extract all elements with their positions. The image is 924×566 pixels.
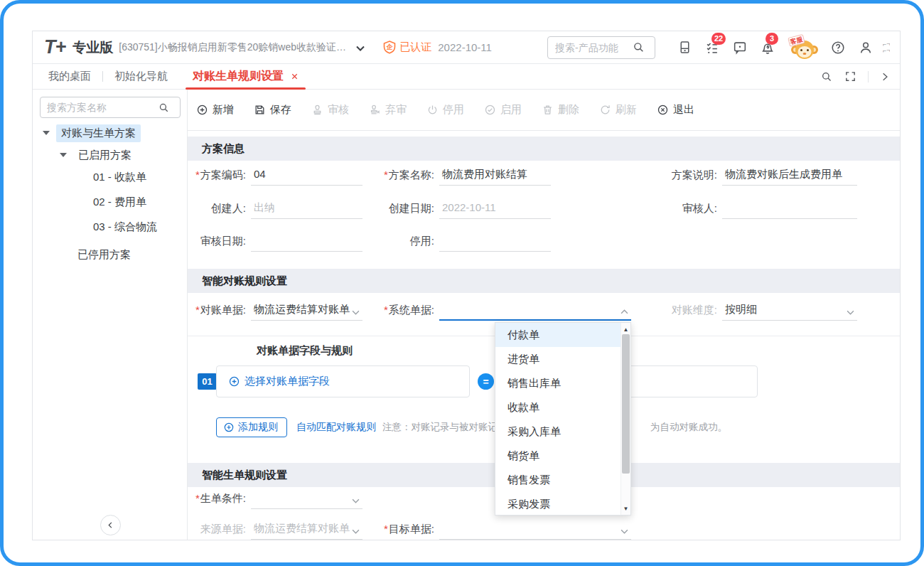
tplus-logo: T+	[44, 36, 65, 58]
dropdown-option[interactable]: 销售发票	[495, 468, 621, 492]
sidebar-collapse-button[interactable]	[100, 515, 121, 535]
product-search-input[interactable]	[555, 42, 632, 53]
plus-circle-icon	[228, 375, 240, 388]
dropdown-list: 付款单 进货单 销售出库单 收款单 采购入库单 销货单 销售发票 采购发票	[495, 323, 621, 515]
recon-fields-title: 对账单据字段与规则	[257, 344, 353, 358]
disable-button[interactable]: 停用	[426, 103, 464, 117]
section-recon-rules: 智能对账规则设置	[188, 269, 900, 293]
target-doc-select[interactable]	[439, 520, 631, 540]
exit-button[interactable]: 退出	[657, 103, 694, 117]
close-circle-icon	[657, 104, 669, 116]
workbench-icon[interactable]	[676, 39, 693, 56]
dropdown-option[interactable]: 付款单	[495, 323, 621, 347]
dropdown-option[interactable]: 销货单	[495, 444, 621, 468]
recon-doc-select[interactable]: 物流运费结算对账单	[251, 301, 362, 321]
tree-item-plan-03[interactable]: 03 - 综合物流	[88, 218, 162, 236]
notification-bell-icon[interactable]: 3	[759, 39, 776, 56]
tree-item-plan-01[interactable]: 01 - 收款单	[88, 168, 151, 186]
browser-frame: T+ 专业版 [630751]小畅报销启用新零售20赊销web收款验证勿删 企 …	[0, 0, 924, 566]
gen-condition-select[interactable]	[251, 489, 362, 509]
active-tab-label: 对账生单规则设置	[193, 69, 284, 84]
power-icon	[426, 104, 439, 116]
content-body: 对账与生单方案 已启用方案 01 - 收款单 02 - 费用单 03 - 综合物…	[33, 90, 900, 540]
field-audit-date: 审核日期:	[192, 230, 362, 252]
refresh-button[interactable]: 刷新	[599, 103, 637, 117]
field-plan-desc: 方案说明: 物流费对账后生成费用单	[635, 164, 857, 186]
enable-button[interactable]: 启用	[484, 103, 522, 117]
stop-date-input[interactable]	[439, 232, 551, 252]
tasks-icon[interactable]: 22	[704, 39, 721, 56]
plus-circle-icon	[223, 422, 235, 433]
clipped-edge-icon: ⌐¬⌐¬	[883, 41, 890, 54]
tree-item-disabled-plans[interactable]: 已停用方案	[72, 245, 136, 264]
creator-value: 出纳	[251, 199, 362, 219]
select-recon-field-link[interactable]: 选择对账单据字段	[228, 375, 330, 388]
plan-code-input[interactable]: 04	[251, 166, 362, 186]
tab-bar: 我的桌面 初始化导航 对账生单规则设置	[33, 64, 900, 90]
certification-badge: 企 已认证 2022-10-11	[383, 41, 492, 54]
tasks-count-badge[interactable]: 22	[711, 33, 726, 45]
service-mascot[interactable]: 客服	[786, 34, 819, 61]
dropdown-option[interactable]: 采购发票	[495, 492, 621, 516]
field-system-doc: 系统单据:	[358, 299, 631, 321]
tab-search-icon[interactable]	[820, 70, 833, 83]
add-rule-button[interactable]: 添加规则	[216, 417, 287, 437]
search-icon[interactable]	[158, 102, 170, 114]
plan-search-box[interactable]	[40, 97, 181, 118]
fullscreen-icon[interactable]	[844, 70, 856, 82]
add-button[interactable]: 新增	[196, 103, 234, 117]
field-auditor: 审核人:	[635, 198, 857, 219]
save-icon	[254, 104, 266, 116]
plan-name-input[interactable]: 物流费用对账结算	[439, 166, 551, 186]
app-window: T+ 专业版 [630751]小畅报销启用新零售20赊销web收款验证勿删 企 …	[32, 31, 901, 540]
scroll-down-arrow-icon[interactable]: ▼	[621, 503, 630, 513]
field-create-date: 创建日期: 2022-10-11	[358, 198, 551, 219]
plan-desc-input[interactable]: 物流费对账后生成费用单	[722, 166, 857, 186]
auto-match-link[interactable]: 自动匹配对账规则	[296, 421, 376, 434]
chevron-right-icon[interactable]	[880, 72, 890, 82]
help-icon[interactable]	[829, 39, 847, 56]
tabbar-tools-divider	[868, 71, 869, 82]
product-search-box[interactable]	[547, 36, 655, 59]
tree-item-enabled-plans[interactable]: 已启用方案	[60, 146, 136, 164]
scroll-up-arrow-icon[interactable]: ▲	[621, 324, 630, 334]
message-icon[interactable]	[731, 39, 748, 56]
audit-button[interactable]: 审核	[311, 103, 349, 117]
save-button[interactable]: 保存	[254, 103, 291, 117]
plan-search-input[interactable]	[47, 102, 158, 113]
dropdown-option[interactable]: 采购入库单	[495, 420, 621, 444]
recon-dim-select[interactable]: 按明细	[722, 301, 857, 321]
caret-down-icon[interactable]	[43, 131, 50, 135]
tab-close-icon[interactable]	[291, 73, 299, 80]
search-icon[interactable]	[632, 41, 645, 54]
caret-down-icon[interactable]	[60, 153, 67, 157]
auditor-input[interactable]	[722, 199, 857, 219]
header-actions: 22 3	[547, 34, 890, 61]
tab-my-desktop[interactable]: 我的桌面	[48, 70, 91, 83]
rule-row-number: 01	[198, 373, 217, 390]
delete-button[interactable]: 删除	[542, 103, 579, 117]
field-recon-doc: 对账单据: 物流运费结算对账单	[192, 299, 362, 321]
system-doc-select[interactable]	[439, 301, 631, 321]
audit-date-input[interactable]	[251, 232, 362, 252]
tree-item-plan-02[interactable]: 02 - 费用单	[88, 193, 151, 211]
action-toolbar: 新增 保存 审核 弃审 停用	[188, 90, 900, 131]
tab-init-nav[interactable]: 初始化导航	[114, 70, 168, 83]
tree-item-recon-plans[interactable]: 对账与生单方案	[43, 124, 141, 142]
chevron-down-icon	[847, 310, 854, 315]
recon-field-box-left[interactable]: 选择对账单据字段	[216, 365, 470, 397]
tab-recon-rule-settings[interactable]: 对账生单规则设置	[190, 64, 301, 90]
dropdown-option[interactable]: 销售出库单	[495, 371, 621, 395]
scrollbar-thumb[interactable]	[622, 334, 630, 474]
cancel-audit-button[interactable]: 弃审	[369, 103, 407, 117]
user-icon[interactable]	[857, 39, 874, 56]
account-name: [630751]小畅报销启用新零售20赊销web收款验证勿删	[119, 41, 353, 54]
dropdown-option[interactable]: 进货单	[495, 347, 621, 371]
notification-count-badge[interactable]: 3	[765, 33, 778, 45]
check-circle-icon	[484, 104, 496, 116]
account-chevron-down-icon[interactable]	[356, 46, 365, 51]
dropdown-scrollbar[interactable]: ▲ ▼	[621, 323, 630, 515]
source-doc-select: 物流运费结算对账单	[251, 520, 362, 540]
certified-date: 2022-10-11	[438, 41, 492, 53]
dropdown-option[interactable]: 收款单	[495, 395, 621, 420]
